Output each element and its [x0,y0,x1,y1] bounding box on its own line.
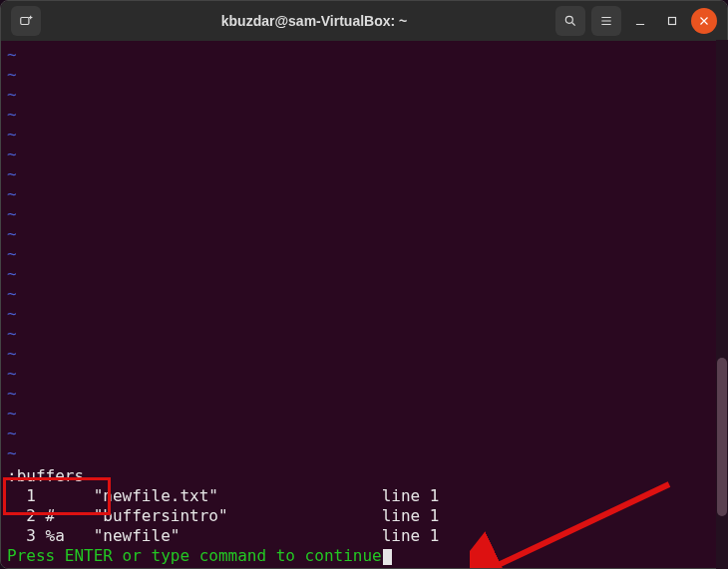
window-title: kbuzdar@sam-VirtualBox: ~ [131,13,498,29]
vim-tilde-line: ~ [7,284,721,304]
buffer-list-row: 1 "newfile.txt" line 1 [7,486,721,506]
vim-tilde-line: ~ [7,65,721,85]
vim-tilde-line: ~ [7,304,721,324]
vim-tilde-line: ~ [7,384,721,404]
vim-tilde-line: ~ [7,264,721,284]
vim-tilde-line: ~ [7,85,721,105]
titlebar: kbuzdar@sam-VirtualBox: ~ [1,1,727,41]
scrollbar[interactable] [716,40,728,569]
hamburger-icon [599,14,613,28]
search-icon [563,14,577,28]
vim-tilde-line: ~ [7,324,721,344]
terminal-window: kbuzdar@sam-VirtualBox: ~ ~~~~~~~~~~~~~~… [0,0,728,569]
vim-tilde-line: ~ [7,404,721,424]
minimize-icon [633,14,647,28]
vim-tilde-line: ~ [7,45,721,65]
vim-tilde-line: ~ [7,424,721,443]
vim-tilde-line: ~ [7,105,721,125]
cursor-block [383,549,392,565]
maximize-icon [665,14,679,28]
svg-point-1 [565,16,572,23]
maximize-button[interactable] [659,8,685,34]
svg-rect-2 [669,18,676,25]
buffer-list-row: 3 %a "newfile" line 1 [7,526,721,546]
vim-tilde-line: ~ [7,164,721,184]
search-button[interactable] [555,6,585,36]
new-tab-button[interactable] [11,6,41,36]
terminal-viewport[interactable]: ~~~~~~~~~~~~~~~~~~~~~ :buffers 1 "newfil… [1,41,727,568]
close-button[interactable] [691,8,717,34]
new-tab-icon [19,14,33,28]
vim-tilde-line: ~ [7,364,721,384]
vim-tilde-line: ~ [7,344,721,364]
vim-tilde-line: ~ [7,144,721,164]
vim-tilde-line: ~ [7,224,721,244]
vim-command: :buffers [7,466,84,485]
close-icon [697,14,711,28]
buffer-list-row: 2 # "buffersintro" line 1 [7,506,721,526]
vim-command-output: :buffers 1 "newfile.txt" line 1 2 # "buf… [7,466,721,566]
vim-tilde-line: ~ [7,244,721,264]
scrollbar-thumb[interactable] [717,358,727,516]
vim-tilde-line: ~ [7,204,721,224]
svg-rect-0 [21,18,29,25]
vim-empty-lines: ~~~~~~~~~~~~~~~~~~~~~ [7,45,721,466]
menu-button[interactable] [591,6,621,36]
minimize-button[interactable] [627,8,653,34]
vim-tilde-line: ~ [7,184,721,204]
vim-tilde-line: ~ [7,125,721,144]
vim-tilde-line: ~ [7,443,721,463]
vim-press-enter-prompt: Press ENTER or type command to continue [7,546,382,565]
